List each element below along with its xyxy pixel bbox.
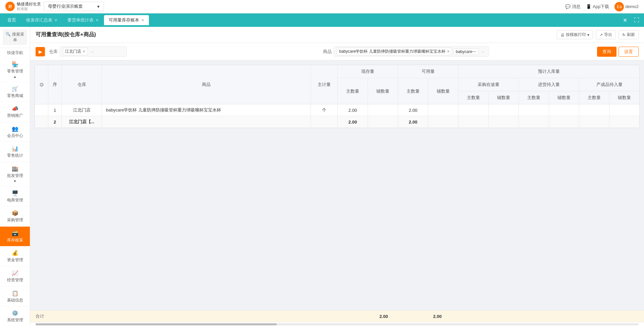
- message-action[interactable]: 💬 消息: [565, 4, 581, 10]
- product-filter-label: 商品: [323, 49, 332, 55]
- close-order-stats-icon[interactable]: ✕: [96, 18, 99, 22]
- industry-selector[interactable]: 母婴行业演示账套 ▾: [44, 2, 104, 11]
- sidebar-item-retail-mgmt[interactable]: 🏪 零售管理 ▲: [0, 58, 30, 82]
- scrollbar-thumb[interactable]: [36, 323, 277, 325]
- settings-button[interactable]: 设置: [619, 47, 639, 57]
- cell-unit: 个: [311, 104, 338, 116]
- ecommerce-icon: 🖥️: [12, 190, 18, 196]
- sidebar-item-inventory[interactable]: 🗃️ 库存核算: [0, 227, 30, 247]
- sidebar-item-purchase[interactable]: 📦 采购管理: [0, 206, 30, 227]
- product-more-icon[interactable]: ···: [480, 49, 486, 55]
- logo-text: 畅捷通好生意: [17, 2, 41, 6]
- tab-fullscreen-icon[interactable]: ⛶: [632, 16, 641, 24]
- user-action[interactable]: Ea demo2: [614, 2, 639, 11]
- cell-purchase-aux-2: [489, 116, 519, 128]
- product-tag-2: babycare⋯: [453, 48, 479, 55]
- scrollbar-track: [36, 323, 639, 325]
- tab-available-stock[interactable]: 可用量库存账本 ✕: [104, 15, 149, 25]
- sidebar-item-system[interactable]: ⚙️ 系统管理: [0, 307, 30, 326]
- sidebar-item-marketing-label: 营销推广: [7, 113, 23, 119]
- close-available-stock-icon[interactable]: ✕: [141, 18, 144, 22]
- download-action[interactable]: 📱 App下载: [586, 4, 609, 10]
- product-tag-container[interactable]: babycare学饮杯 儿童防摔防撞吸管杯重力球吸嘴杯宝宝水杯 ✕ babyca…: [334, 46, 489, 57]
- sidebar-item-operations[interactable]: 📈 经营管理: [0, 267, 30, 287]
- th-pending-main: 主数量: [519, 91, 549, 104]
- th-stock-group: 现存量: [338, 65, 398, 78]
- sidebar: 🔍 搜索菜单 快捷导航 🏪 零售管理 ▲ 🛒 零售商城 📣 营销推广 👥 会员中…: [0, 27, 30, 326]
- filter-toggle-button[interactable]: ▶: [36, 47, 45, 56]
- chevron-icon: ▲: [13, 75, 17, 79]
- th-purchase-group: 采购在途量: [459, 78, 519, 91]
- th-purchase-aux: 辅数量: [489, 91, 519, 104]
- horizontal-scrollbar[interactable]: [30, 322, 644, 326]
- sidebar-item-wholesale-mgmt[interactable]: 🏬 批发管理 ▼: [0, 162, 30, 187]
- th-settings: ⚙: [35, 65, 48, 104]
- sidebar-item-ecommerce[interactable]: 🖥️ 电商管理: [0, 187, 30, 207]
- th-pending-aux: 辅数量: [549, 91, 579, 104]
- product-filter-group: 商品 babycare学饮杯 儿童防摔防撞吸管杯重力球吸嘴杯宝宝水杯 ✕ bab…: [323, 46, 593, 57]
- sidebar-item-system-label: 系统管理: [7, 318, 23, 323]
- sidebar-item-retail-stats[interactable]: 📊 零售统计: [0, 142, 30, 162]
- sidebar-item-marketing[interactable]: 📣 营销推广: [0, 102, 30, 122]
- retail-mgmt-icon: 🏪: [12, 61, 18, 67]
- cell-avail-main: 2.00: [398, 104, 428, 116]
- sidebar-search-area: 🔍 搜索菜单: [0, 27, 30, 48]
- sidebar-item-retail-shop[interactable]: 🛒 零售商城: [0, 82, 30, 102]
- gear-icon[interactable]: ⚙: [38, 82, 45, 88]
- industry-label: 母婴行业演示账套: [48, 3, 83, 9]
- operations-icon: 📈: [12, 270, 18, 276]
- tab-bar: 首页 收发存汇总表 ✕ 要货单统计表 ✕ 可用量库存账本 ✕ ✕ ⛶: [0, 13, 644, 27]
- header-right: 💬 消息 📱 App下载 Ea demo2: [565, 2, 639, 11]
- th-purchase-main: 主数量: [459, 91, 489, 104]
- sidebar-item-member[interactable]: 👥 会员中心: [0, 122, 30, 142]
- cell-no-2: 2: [48, 116, 62, 128]
- sidebar-item-basics[interactable]: 📋 基础信息: [0, 287, 30, 307]
- th-no: 序: [48, 65, 62, 104]
- cell-purchase-main: [459, 104, 489, 116]
- cell-pending-aux-2: [549, 116, 579, 128]
- product-tag-1: babycare学饮杯 儿童防摔防撞吸管杯重力球吸嘴杯宝宝水杯 ✕: [337, 48, 452, 55]
- tab-available-stock-label: 可用量库存账本: [109, 17, 139, 23]
- tab-order-stats[interactable]: 要货单统计表 ✕: [63, 15, 103, 25]
- print-button[interactable]: 🖨 按模板打印 ▾: [557, 30, 593, 39]
- sidebar-item-finance-label: 资金管理: [7, 258, 23, 263]
- cell-avail-main-2: 2.00: [398, 116, 428, 128]
- th-warehouse: 仓库: [62, 65, 102, 104]
- tab-home-label: 首页: [7, 17, 16, 23]
- tab-receipt-summary[interactable]: 收发存汇总表 ✕: [21, 15, 62, 25]
- warehouse-tag-close-icon[interactable]: ✕: [83, 49, 86, 54]
- page-title: 可用量查询(按仓库+商品): [36, 31, 96, 38]
- message-icon: 💬: [565, 4, 571, 9]
- warehouse-more-icon[interactable]: ···: [89, 49, 95, 55]
- th-avail-aux: 辅数量: [428, 78, 459, 104]
- refresh-button[interactable]: ↻ 刷新: [619, 30, 639, 39]
- page-header: 可用量查询(按仓库+商品) 🖨 按模板打印 ▾ ↗ 导出 ↻ 刷新: [30, 27, 644, 43]
- sidebar-item-inventory-label: 库存核算: [7, 238, 23, 243]
- purchase-icon: 📦: [12, 210, 18, 216]
- th-production-aux: 辅数量: [609, 91, 640, 104]
- close-receipt-summary-icon[interactable]: ✕: [54, 18, 57, 22]
- warehouse-tag-container[interactable]: 江北门店 ✕ ···: [60, 46, 127, 57]
- tab-home[interactable]: 首页: [3, 15, 21, 25]
- sidebar-item-member-label: 会员中心: [7, 133, 23, 139]
- search-menu-button[interactable]: 🔍 搜索菜单: [3, 30, 27, 45]
- cell-product: babycare学饮杯 儿童防摔防撞吸管杯重力球吸嘴杯宝宝水杯: [102, 104, 311, 116]
- total-label: 合计: [36, 313, 44, 319]
- th-avail-group: 可用量: [398, 65, 459, 78]
- logo-sub: 标准版: [17, 6, 41, 11]
- cell-settings-2: [35, 116, 48, 128]
- query-button[interactable]: 查询: [597, 47, 616, 57]
- cell-pending-main: [519, 104, 549, 116]
- tab-close-all-icon[interactable]: ✕: [621, 16, 629, 24]
- cell-production-main: [579, 104, 609, 116]
- cell-settings: [35, 104, 48, 116]
- export-label: 导出: [604, 32, 612, 38]
- cell-stock-aux: [368, 104, 398, 116]
- sidebar-item-ecommerce-label: 电商管理: [7, 198, 23, 203]
- user-label: demo2: [625, 4, 639, 9]
- sidebar-item-finance[interactable]: 💰 资金管理: [0, 246, 30, 267]
- warehouse-filter-label: 仓库: [49, 49, 58, 55]
- filter-actions: 查询 设置: [597, 47, 639, 57]
- product-tag-1-close-icon[interactable]: ✕: [447, 49, 450, 54]
- export-button[interactable]: ↗ 导出: [596, 30, 616, 39]
